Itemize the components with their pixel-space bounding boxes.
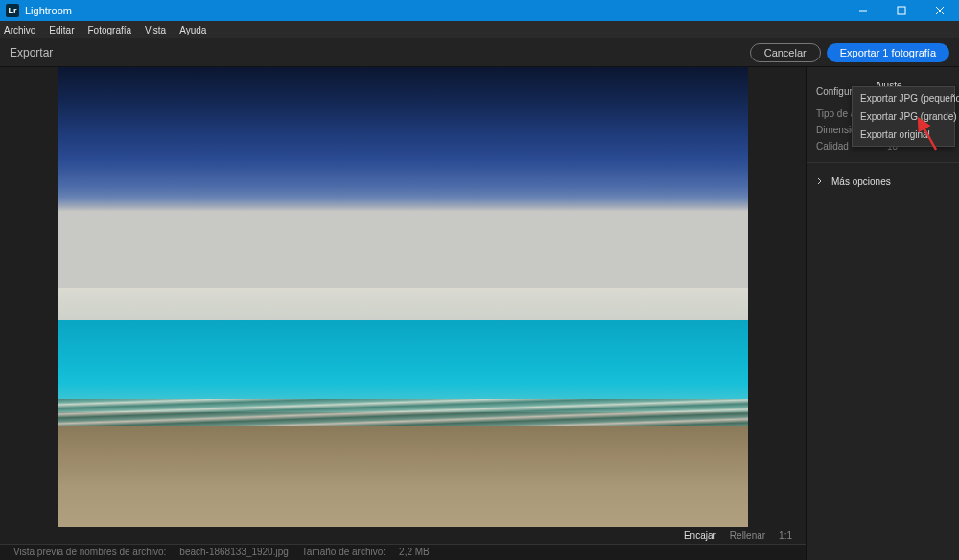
action-bar: Exportar Cancelar Exportar 1 fotografía (0, 38, 959, 67)
window-titlebar: Lr Lightroom (0, 0, 959, 21)
menu-editar[interactable]: Editar (49, 25, 74, 35)
zoom-one-to-one[interactable]: 1:1 (779, 530, 792, 541)
status-size-label: Tamaño de archivo: (302, 547, 386, 557)
image-preview-area (0, 67, 806, 527)
panel-divider (807, 162, 959, 163)
app-icon: Lr (6, 4, 19, 17)
status-bar: Vista previa de nombres de archivo: beac… (0, 544, 806, 560)
cancel-button[interactable]: Cancelar (750, 43, 821, 62)
svg-rect-1 (898, 7, 905, 14)
more-options-label: Más opciones (831, 176, 891, 187)
preset-dropdown-menu: Exportar JPG (pequeño) Exportar JPG (gra… (852, 86, 955, 147)
chevron-right-icon (816, 176, 824, 187)
preset-option-original[interactable]: Exportar original (853, 126, 954, 144)
window-controls (844, 0, 959, 21)
main-area: Encajar Rellenar 1:1 Vista previa de nom… (0, 67, 959, 560)
app-title: Lightroom (25, 5, 844, 16)
zoom-fit[interactable]: Encajar (684, 530, 716, 541)
preview-image (58, 67, 748, 527)
zoom-fill[interactable]: Rellenar (730, 530, 765, 541)
menu-archivo[interactable]: Archivo (4, 25, 35, 35)
close-button[interactable] (921, 0, 959, 21)
status-preview-label: Vista previa de nombres de archivo: (13, 547, 166, 557)
menu-fotografia[interactable]: Fotografía (87, 25, 131, 35)
menu-vista[interactable]: Vista (145, 25, 166, 35)
menu-ayuda[interactable]: Ayuda (179, 25, 206, 35)
settings-panel: Configuración Ajuste preestablecido Expo… (806, 67, 959, 560)
preset-option-small-jpg[interactable]: Exportar JPG (pequeño) (853, 89, 954, 107)
more-options-toggle[interactable]: Más opciones (807, 171, 959, 193)
maximize-button[interactable] (882, 0, 921, 21)
page-title: Exportar (10, 46, 53, 59)
export-button[interactable]: Exportar 1 fotografía (827, 43, 949, 62)
preset-option-large-jpg[interactable]: Exportar JPG (grande) (853, 107, 954, 126)
zoom-bar: Encajar Rellenar 1:1 (0, 527, 806, 544)
menu-bar: Archivo Editar Fotografía Vista Ayuda (0, 21, 959, 38)
preview-column: Encajar Rellenar 1:1 Vista previa de nom… (0, 67, 806, 560)
minimize-button[interactable] (844, 0, 882, 21)
status-filename: beach-1868133_1920.jpg (179, 547, 288, 557)
status-size-value: 2,2 MB (399, 547, 430, 557)
